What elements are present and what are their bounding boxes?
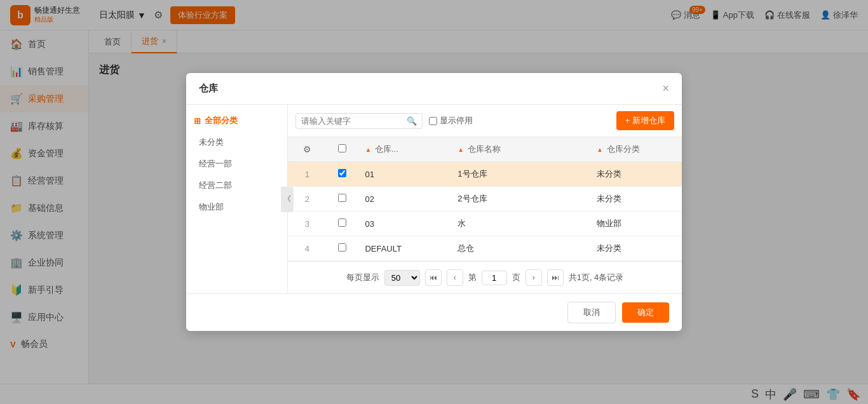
category-grid-icon: ⊞ <box>194 116 201 126</box>
modal-pagination: 每页显示 50 10 20 100 ⏮ ‹ 第 页 › ⏭ 共1页, 4条记录 <box>288 261 682 293</box>
cancel-button[interactable]: 取消 <box>567 302 616 323</box>
table-settings-icon[interactable]: ⚙ <box>303 144 311 154</box>
select-all-checkbox[interactable] <box>338 144 346 152</box>
row-select-checkbox[interactable] <box>338 243 346 252</box>
row-checkbox <box>327 212 358 236</box>
category-panel: ⊞ 全部分类 未分类 经营一部 经营二部 物业部 《 <box>186 105 288 293</box>
search-input[interactable] <box>301 116 403 126</box>
modal-toolbar: 🔍 显示停用 + 新增仓库 <box>288 105 682 137</box>
modal-title: 仓库 <box>199 83 218 95</box>
table-row[interactable]: 1 01 1号仓库 未分类 <box>288 162 682 187</box>
row-index: 2 <box>288 187 327 212</box>
row-index: 3 <box>288 212 327 236</box>
page-suffix: 页 <box>512 272 520 283</box>
modal-header: 仓库 × <box>186 73 682 105</box>
row-checkbox <box>327 162 358 187</box>
row-category: 物业部 <box>589 212 682 236</box>
per-page-label: 每页显示 <box>346 272 379 283</box>
row-code: DEFAULT <box>357 236 450 261</box>
row-index: 4 <box>288 236 327 261</box>
modal-footer: 取消 确定 <box>186 293 682 331</box>
row-code: 02 <box>357 187 450 212</box>
row-select-checkbox[interactable] <box>338 169 346 177</box>
total-info: 共1页, 4条记录 <box>569 272 624 283</box>
table-row[interactable]: 4 DEFAULT 总仓 未分类 <box>288 236 682 261</box>
row-select-checkbox[interactable] <box>338 219 346 227</box>
category-item-property[interactable]: 物业部 <box>186 196 287 218</box>
sort-icon-cat: ▲ <box>597 146 603 153</box>
row-index: 1 <box>288 162 327 187</box>
row-code: 03 <box>357 212 450 236</box>
per-page-select[interactable]: 50 10 20 100 <box>384 270 420 286</box>
th-name: ▲ 仓库名称 <box>450 137 589 162</box>
warehouse-table: ⚙ ▲ 仓库... ▲ <box>288 137 682 261</box>
row-name: 水 <box>450 212 589 236</box>
content-panel: 🔍 显示停用 + 新增仓库 <box>288 105 682 293</box>
row-select-checkbox[interactable] <box>338 194 346 202</box>
row-checkbox <box>327 236 358 261</box>
category-all-label: 全部分类 <box>205 115 238 126</box>
category-all[interactable]: ⊞ 全部分类 <box>186 110 287 131</box>
th-category: ▲ 仓库分类 <box>589 137 682 162</box>
sort-icon-name: ▲ <box>458 146 464 153</box>
modal-overlay: 仓库 × ⊞ 全部分类 未分类 经营一部 经营二部 <box>0 0 868 404</box>
search-icon[interactable]: 🔍 <box>407 116 417 126</box>
category-item-ops2[interactable]: 经营二部 <box>186 175 287 196</box>
toolbar-left: 🔍 显示停用 <box>295 113 473 129</box>
category-item-unclassified[interactable]: 未分类 <box>186 131 287 153</box>
modal-close-button[interactable]: × <box>662 82 669 95</box>
row-category: 未分类 <box>589 162 682 187</box>
row-checkbox <box>327 187 358 212</box>
sort-icon-code: ▲ <box>365 146 371 153</box>
confirm-button[interactable]: 确定 <box>622 302 669 323</box>
th-settings: ⚙ <box>288 137 327 162</box>
prev-page-button[interactable]: ‹ <box>447 269 463 286</box>
row-category: 未分类 <box>589 236 682 261</box>
page-input[interactable] <box>482 271 507 285</box>
show-disabled-option: 显示停用 <box>429 115 473 126</box>
warehouse-modal: 仓库 × ⊞ 全部分类 未分类 经营一部 经营二部 <box>186 73 682 331</box>
category-item-ops1[interactable]: 经营一部 <box>186 153 287 175</box>
add-warehouse-button[interactable]: + 新增仓库 <box>616 111 674 130</box>
first-page-button[interactable]: ⏮ <box>425 269 442 286</box>
row-code: 01 <box>357 162 450 187</box>
table-row[interactable]: 2 02 2号仓库 未分类 <box>288 187 682 212</box>
table-row[interactable]: 3 03 水 物业部 <box>288 212 682 236</box>
row-name: 总仓 <box>450 236 589 261</box>
modal-body: ⊞ 全部分类 未分类 经营一部 经营二部 物业部 《 <box>186 105 682 293</box>
search-box: 🔍 <box>295 113 423 129</box>
row-category: 未分类 <box>589 187 682 212</box>
th-code: ▲ 仓库... <box>357 137 450 162</box>
th-checkbox <box>327 137 358 162</box>
last-page-button[interactable]: ⏭ <box>547 269 564 286</box>
collapse-button[interactable]: 《 <box>281 187 294 212</box>
next-page-button[interactable]: › <box>526 269 542 286</box>
show-disabled-checkbox[interactable] <box>429 117 437 125</box>
row-name: 1号仓库 <box>450 162 589 187</box>
page-label: 第 <box>468 272 477 283</box>
row-name: 2号仓库 <box>450 187 589 212</box>
